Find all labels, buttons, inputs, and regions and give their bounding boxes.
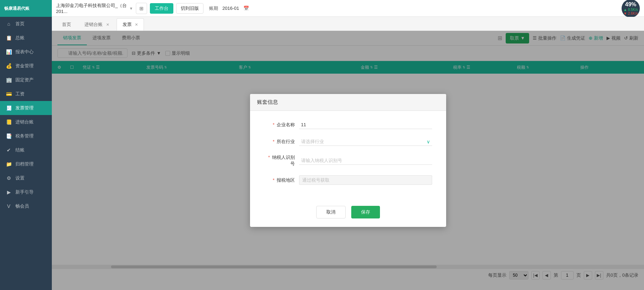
assets-icon: 🏢: [6, 77, 12, 83]
sidebar-item-ledger[interactable]: 📋总账: [0, 31, 52, 45]
sidebar-item-home[interactable]: ⌂首页: [0, 17, 52, 31]
sidebar-item-capital[interactable]: 💰资金管理: [0, 59, 52, 73]
sidebar-item-settings[interactable]: ⚙设置: [0, 171, 52, 185]
sidebar-item-salary[interactable]: 💳工资: [0, 87, 52, 101]
company-chevron-icon: ▼: [129, 6, 133, 11]
industry-chevron-icon: ∨: [427, 139, 430, 144]
workbench-button[interactable]: 工作台: [150, 3, 173, 14]
sidebar-logo: 畅康通易代账: [4, 6, 29, 12]
speed-indicator: 49% ▲ 8.5K/s ▼ 2.6K/s: [622, 0, 640, 18]
period-value: 2016-01: [222, 6, 239, 11]
purchase-icon: 📒: [6, 119, 12, 125]
old-version-button[interactable]: 切到旧版: [176, 3, 203, 14]
sidebar-item-guide[interactable]: ▶新手引导: [0, 185, 52, 199]
sidebar-item-label: 畅会员: [15, 203, 29, 209]
sidebar-item-archive[interactable]: 📁归档管理: [0, 157, 52, 171]
period-label: 账期: [209, 5, 218, 12]
company-name-input[interactable]: [299, 121, 432, 129]
tab-home[interactable]: 首页: [56, 18, 77, 31]
tax-id-input[interactable]: [299, 156, 432, 165]
sidebar-item-label: 设置: [15, 175, 25, 181]
main-area: 上海卯金刀电子科技有限公司_（台201... ▼ ⊞ 工作台 切到旧版 账期 2…: [52, 0, 644, 290]
topbar: 上海卯金刀电子科技有限公司_（台201... ▼ ⊞ 工作台 切到旧版 账期 2…: [52, 0, 644, 17]
ledger-icon: 📋: [6, 35, 12, 41]
sidebar-item-invoice[interactable]: 🧾发票管理: [0, 101, 52, 115]
member-icon: V: [6, 203, 12, 209]
sidebar-item-label: 报表中心: [15, 49, 34, 55]
form-row-tax-region: * 报税地区: [264, 175, 432, 185]
sidebar-item-checkout[interactable]: ✔结账: [0, 143, 52, 157]
sidebar-item-label: 结账: [15, 147, 25, 153]
industry-select[interactable]: 请选择行业: [299, 137, 432, 146]
required-star: *: [273, 139, 275, 144]
tab-purchase-close-icon[interactable]: ✕: [106, 22, 109, 27]
sidebar-nav: ⌂首页📋总账📊报表中心💰资金管理🏢固定资产💳工资🧾发票管理📒进销台账📑税务管理✔…: [0, 17, 52, 290]
speed-up: ▲ 8.5K/s: [623, 8, 638, 12]
sidebar-item-label: 工资: [15, 91, 25, 97]
sidebar-item-label: 发票管理: [15, 105, 34, 111]
copy-icon-button[interactable]: ⊞: [136, 3, 147, 14]
tab-purchase[interactable]: 进销台账 ✕: [78, 18, 115, 31]
dialog-title: 账套信息: [250, 94, 446, 111]
company-selector[interactable]: 上海卯金刀电子科技有限公司_（台201... ▼: [56, 2, 133, 14]
archive-icon: 📁: [6, 161, 12, 167]
tabbar: 首页 进销台账 ✕ 发票 ✕: [52, 17, 644, 31]
industry-select-wrap[interactable]: 请选择行业 ∨: [299, 137, 432, 146]
sidebar: 畅康通易代账 ⌂首页📋总账📊报表中心💰资金管理🏢固定资产💳工资🧾发票管理📒进销台…: [0, 0, 52, 290]
tab-invoice-close-icon[interactable]: ✕: [135, 22, 138, 27]
sidebar-item-label: 归档管理: [15, 161, 34, 167]
sidebar-item-label: 固定资产: [15, 77, 34, 83]
modal-overlay: 账套信息 * 企业名称 * 所在行业: [52, 31, 644, 290]
guide-icon: ▶: [6, 189, 12, 195]
tax-region-input: [299, 175, 432, 185]
home-icon: ⌂: [6, 21, 12, 27]
save-button[interactable]: 保存: [351, 206, 380, 218]
sidebar-header: 畅康通易代账: [0, 0, 52, 17]
dialog-body: * 企业名称 * 所在行业 请选择行业: [250, 111, 446, 200]
sidebar-item-tax[interactable]: 📑税务管理: [0, 129, 52, 143]
industry-label: * 所在行业: [264, 139, 299, 145]
company-name: 上海卯金刀电子科技有限公司_（台201...: [56, 2, 128, 14]
settings-icon: ⚙: [6, 175, 12, 181]
form-row-tax-id: * 纳税人识别号: [264, 154, 432, 167]
dialog-account-info: 账套信息 * 企业名称 * 所在行业: [250, 94, 446, 227]
invoice-icon: 🧾: [6, 105, 12, 111]
sidebar-item-purchase[interactable]: 📒进销台账: [0, 115, 52, 129]
sidebar-item-label: 资金管理: [15, 63, 34, 69]
required-star: *: [268, 155, 270, 160]
form-row-company-name: * 企业名称: [264, 121, 432, 129]
content-area: 销项发票 进项发票 费用小票 ⊞ 取票 ▼ ☰ 批量操作: [52, 31, 644, 290]
sidebar-item-label: 税务管理: [15, 133, 34, 139]
sidebar-item-label: 总账: [15, 35, 25, 41]
report-icon: 📊: [6, 49, 12, 55]
dialog-footer: 取消 保存: [250, 200, 446, 227]
sidebar-item-label: 进销台账: [15, 119, 34, 125]
tab-invoice[interactable]: 发票 ✕: [117, 18, 144, 31]
tax-region-label: * 报税地区: [264, 177, 299, 183]
sidebar-item-member[interactable]: V畅会员: [0, 199, 52, 213]
speed-percent: 49%: [625, 1, 636, 8]
speed-down: ▼ 2.6K/s: [623, 12, 638, 15]
form-row-industry: * 所在行业 请选择行业 ∨: [264, 137, 432, 146]
sidebar-item-label: 首页: [15, 21, 25, 27]
tax-icon: 📑: [6, 133, 12, 139]
capital-icon: 💰: [6, 63, 12, 69]
required-star: *: [273, 177, 275, 183]
required-star: *: [273, 122, 275, 127]
topbar-right: 49% ▲ 8.5K/s ▼ 2.6K/s: [622, 0, 640, 18]
company-name-label: * 企业名称: [264, 122, 299, 128]
tax-id-label: * 纳税人识别号: [264, 154, 299, 167]
salary-icon: 💳: [6, 91, 12, 97]
sidebar-item-report[interactable]: 📊报表中心: [0, 45, 52, 59]
calendar-icon[interactable]: 📅: [243, 6, 249, 11]
sidebar-item-assets[interactable]: 🏢固定资产: [0, 73, 52, 87]
sidebar-item-label: 新手引导: [15, 189, 34, 195]
checkout-icon: ✔: [6, 147, 12, 153]
cancel-button[interactable]: 取消: [316, 206, 346, 218]
